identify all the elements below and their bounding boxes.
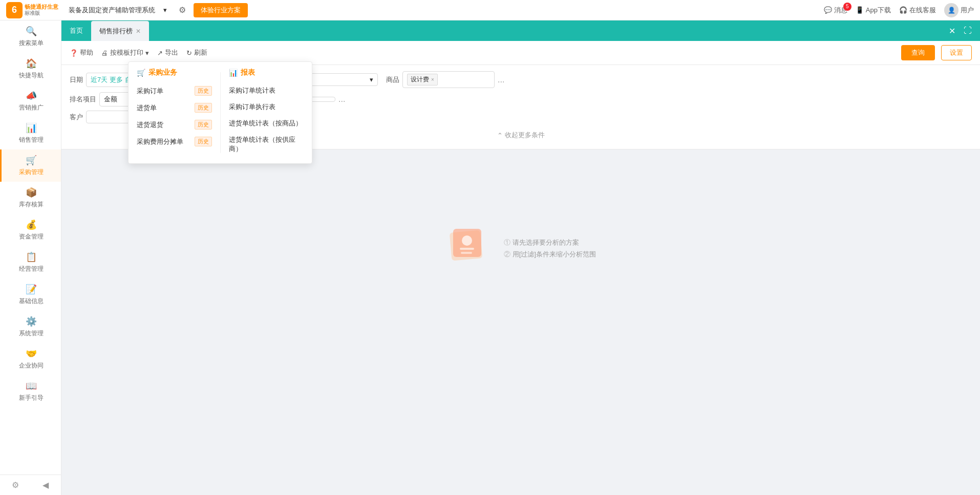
message-badge: 5	[843, 3, 851, 11]
print-label: 按模板打印	[110, 48, 143, 57]
sidebar-label-cooperation: 企业协同	[19, 361, 44, 370]
sidebar: 🔍 搜索菜单 🏠 快捷导航 📣 营销推广 📊 销售管理 🛒 采购管理 📦	[0, 20, 61, 495]
sidebar-label-marketing: 营销推广	[19, 103, 44, 112]
goods-select[interactable]: 设计费 ×	[402, 71, 495, 88]
sales-icon: 📊	[26, 122, 37, 134]
online-service-button[interactable]: 🎧 在线客服	[899, 6, 936, 15]
tab-fullscreen-button[interactable]: ⛶	[960, 20, 976, 41]
user-button[interactable]: 👤 用户	[944, 3, 974, 17]
refresh-button[interactable]: ↻ 刷新	[186, 48, 207, 57]
message-button[interactable]: 💬 消息 5	[824, 6, 847, 15]
marketing-icon: 📣	[26, 90, 37, 101]
salesman-dots-button[interactable]: ...	[338, 95, 345, 104]
toolbar-right: 查询 设置	[901, 45, 972, 60]
system-title: 装备及固定资产辅助管理系统	[69, 6, 155, 15]
menu-section-reports: 📊 报表 采购订单统计表 采购订单执行表 进货单统计表（按商品）	[221, 68, 312, 157]
sidebar-item-guide[interactable]: 📖 新手引导	[0, 375, 61, 407]
export-button[interactable]: ↗ 导出	[157, 48, 178, 57]
menu-item-label-cost-alloc: 采购费用分摊单	[137, 137, 183, 146]
goods-tag-text: 设计费	[411, 75, 429, 84]
collapse-sidebar-button[interactable]: ◀	[31, 475, 61, 495]
sidebar-item-operations[interactable]: 📋 经营管理	[0, 246, 61, 278]
svg-rect-3	[460, 248, 474, 250]
purchase-section-title: 采购业务	[148, 68, 177, 77]
tab-bar-actions: ✕ ⛶	[945, 20, 980, 41]
sidebar-label-quick-nav: 快捷导航	[19, 71, 44, 80]
menu-item-label-order-exec: 采购订单执行表	[229, 102, 275, 112]
purchase-icon: 🛒	[26, 155, 37, 166]
app-download-label: App下载	[866, 6, 891, 15]
tab-sales-rank[interactable]: 销售排行榜 ✕	[91, 21, 149, 41]
main-area: 🔍 搜索菜单 🏠 快捷导航 📣 营销推广 📊 销售管理 🛒 采购管理 📦	[0, 20, 980, 495]
goods-tag-close[interactable]: ×	[431, 77, 434, 82]
refresh-label: 刷新	[194, 48, 207, 57]
menu-item-tag-purchase-order: 历史	[195, 86, 212, 96]
online-service-label: 在线客服	[909, 6, 936, 15]
top-bar: 6 畅捷通好生意 标准版 装备及固定资产辅助管理系统 ▾ ⚙ 体验行业方案 💬 …	[0, 0, 980, 20]
sidebar-bottom: ⚙ ◀	[0, 475, 61, 495]
menu-item-incoming-stats-goods[interactable]: 进货单统计表（按商品）	[227, 115, 306, 132]
sidebar-item-system[interactable]: ⚙️ 系统管理	[0, 311, 61, 343]
sidebar-label-system: 系统管理	[19, 329, 44, 338]
svg-rect-4	[461, 252, 472, 254]
app-download-button[interactable]: 📱 App下载	[856, 6, 891, 15]
setting-button[interactable]: 设置	[941, 45, 972, 60]
empty-hints: 请先选择要分析的方案 用[过滤]条件来缩小分析范围	[504, 236, 596, 261]
industry-button[interactable]: 体验行业方案	[194, 3, 248, 17]
phone-icon: 📱	[856, 6, 864, 14]
sidebar-item-marketing[interactable]: 📣 营销推广	[0, 85, 61, 117]
logo-tag: 标准版	[25, 10, 58, 16]
tab-close-icon[interactable]: ✕	[136, 28, 141, 35]
menu-section-reports-title: 📊 报表	[227, 68, 306, 77]
home-icon: 🏠	[26, 58, 37, 69]
help-icon: ❓	[70, 49, 78, 57]
menu-item-label-incoming: 进货单	[137, 103, 157, 113]
settings-bottom-button[interactable]: ⚙	[0, 475, 31, 495]
logo-area: 6 畅捷通好生意 标准版	[6, 2, 58, 18]
user-label: 用户	[961, 6, 974, 15]
tab-home[interactable]: 首页	[61, 20, 91, 41]
customer-label: 客户	[70, 113, 83, 122]
menu-item-order-exec[interactable]: 采购订单执行表	[227, 99, 306, 115]
menu-item-return[interactable]: 进货退货 历史	[135, 116, 214, 133]
menu-item-purchase-order[interactable]: 采购订单 历史	[135, 82, 214, 99]
refresh-icon: ↻	[186, 49, 192, 57]
menu-item-incoming[interactable]: 进货单 历史	[135, 99, 214, 116]
tab-home-label: 首页	[70, 26, 83, 35]
tab-close-button[interactable]: ✕	[945, 20, 960, 41]
sidebar-label-search: 搜索菜单	[19, 39, 44, 48]
empty-illustration	[445, 221, 492, 267]
print-arrow-icon: ▾	[145, 49, 149, 57]
guide-icon: 📖	[26, 380, 37, 392]
dropdown-arrow[interactable]: ▾	[159, 4, 171, 16]
gear-button[interactable]: ⚙	[175, 3, 189, 17]
menu-item-cost-alloc[interactable]: 采购费用分摊单 历史	[135, 133, 214, 150]
help-button[interactable]: ❓ 帮助	[70, 48, 93, 57]
collapse-label: 收起更多条件	[505, 131, 545, 140]
svg-point-2	[462, 235, 472, 246]
days7-link[interactable]: 近7天	[91, 75, 108, 84]
query-button[interactable]: 查询	[901, 45, 935, 60]
message-icon: 💬	[824, 6, 832, 14]
empty-state: 请先选择要分析的方案 用[过滤]条件来缩小分析范围	[61, 190, 980, 298]
menu-item-label-incoming-stats-supplier: 进货单统计表（按供应商）	[229, 135, 304, 154]
finance-icon: 💰	[26, 219, 37, 230]
sidebar-item-purchase[interactable]: 🛒 采购管理	[0, 149, 61, 182]
sidebar-item-sales[interactable]: 📊 销售管理	[0, 117, 61, 149]
sidebar-item-search[interactable]: 🔍 搜索菜单	[0, 20, 61, 53]
print-button[interactable]: 🖨 按模板打印 ▾	[101, 48, 149, 57]
sidebar-item-base-info[interactable]: 📝 基础信息	[0, 278, 61, 311]
sidebar-item-inventory[interactable]: 📦 库存核算	[0, 182, 61, 214]
menu-item-label-incoming-stats-goods: 进货单统计表（按商品）	[229, 119, 302, 128]
empty-state-image	[445, 221, 492, 267]
menu-item-incoming-stats-supplier[interactable]: 进货单统计表（按供应商）	[227, 132, 306, 157]
menu-item-tag-cost-alloc: 历史	[195, 137, 212, 146]
sidebar-item-cooperation[interactable]: 🤝 企业协同	[0, 343, 61, 375]
export-icon: ↗	[157, 49, 163, 57]
sidebar-item-finance[interactable]: 💰 资金管理	[0, 214, 61, 246]
menu-item-order-stats[interactable]: 采购订单统计表	[227, 82, 306, 99]
more-link[interactable]: 更多	[110, 75, 123, 84]
sidebar-item-quick-nav[interactable]: 🏠 快捷导航	[0, 53, 61, 85]
goods-dots-button[interactable]: ...	[498, 75, 504, 84]
logo-text: 畅捷通好生意 标准版	[25, 4, 58, 16]
